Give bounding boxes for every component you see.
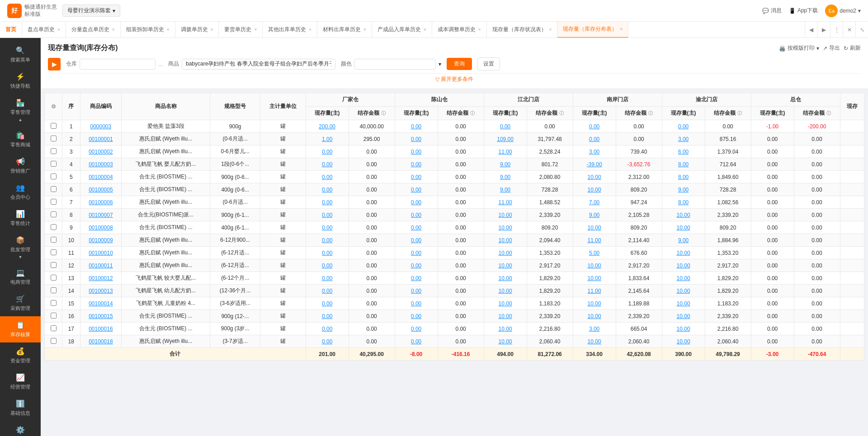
cell-code: 00100014 (80, 297, 122, 310)
cell-checkbox[interactable] (45, 234, 62, 247)
tab-purchase-history[interactable]: 要货单历史 × (219, 22, 263, 38)
tab-transfer-history[interactable]: 调拨单历史 × (175, 22, 219, 38)
tab-close-icon[interactable]: × (309, 27, 311, 32)
chevron-down-icon: ▾ (816, 45, 819, 52)
cell-unit: 罐 (260, 335, 306, 348)
tab-close-icon[interactable]: × (254, 27, 257, 32)
sidebar-item-basic-info[interactable]: ℹ️ 基础信息 (0, 395, 41, 421)
cell-checkbox[interactable] (45, 209, 62, 221)
tab-inventory-history[interactable]: 盘点单历史 × (22, 22, 66, 38)
sidebar-item-inventory[interactable]: 📋 库存核算 (0, 316, 41, 342)
tab-nav-close-all[interactable]: ✕ (843, 22, 855, 38)
cell-factory-amount: 0.00 (349, 183, 395, 196)
cell-chenshan-stock: 0.00 (395, 297, 438, 310)
cell-total-stock: -1.00 (751, 120, 794, 133)
tab-nav-prev[interactable]: ◀ (805, 22, 817, 38)
tab-material-out-history[interactable]: 材料出库单历史 × (317, 22, 372, 38)
message-btn[interactable]: 💬 消息 (762, 7, 782, 14)
sidebar-item-purchase[interactable]: 🛒 采购管理 (0, 290, 41, 316)
refresh-button[interactable]: ↻ 刷新 (844, 44, 861, 52)
tab-cost-adjust-history[interactable]: 成本调整单历史 × (432, 22, 487, 38)
sidebar-item-retail-mall[interactable]: 🛍️ 零售商城 (0, 127, 41, 153)
sidebar-item-ecommerce[interactable]: 💻 电商管理 (0, 264, 41, 290)
cell-checkbox[interactable] (45, 259, 62, 272)
th-settings[interactable]: ⚙ (45, 93, 62, 120)
tab-close-icon[interactable]: × (112, 27, 115, 32)
export-button[interactable]: ↗ 导出 (823, 44, 840, 52)
cell-checkbox[interactable] (45, 133, 62, 145)
tab-close-icon[interactable]: × (211, 27, 213, 32)
store-selector[interactable]: 母婴行业演示陈套 ▾ (62, 5, 120, 17)
cell-spec: 900g (3岁... (210, 323, 260, 335)
tab-close-icon[interactable]: × (424, 27, 426, 32)
tab-nav-next[interactable]: ▶ (817, 22, 830, 38)
cell-nanan-amount: 2,339.20 (616, 310, 662, 323)
cell-chenshan-stock: 0.00 (395, 133, 438, 145)
tab-stock-distribution[interactable]: 现存量（库存分布表） × (557, 22, 628, 38)
cell-checkbox[interactable] (45, 285, 62, 297)
sidebar-item-retail[interactable]: 🏪 零售管理 ▲ (0, 94, 41, 127)
sidebar-item-retail-stats[interactable]: 📊 零售统计 (0, 205, 41, 231)
cell-checkbox[interactable] (45, 171, 62, 183)
cell-extra (840, 272, 864, 285)
user-avatar-btn[interactable]: Ea demo2 ▾ (825, 5, 861, 17)
cell-no: 2 (62, 133, 80, 145)
cell-jiangbei-stock: 10.00 (484, 247, 527, 259)
tab-close-icon[interactable]: × (57, 27, 60, 32)
cell-checkbox[interactable] (45, 335, 62, 348)
expand-filter-button[interactable]: ▽ 展开更多条件 (435, 75, 473, 83)
cell-checkbox[interactable] (45, 145, 62, 158)
cell-checkbox[interactable] (45, 272, 62, 285)
tab-close-icon[interactable]: × (363, 27, 366, 32)
tab-sub-inventory-history[interactable]: 分量盘点单历史 × (66, 22, 121, 38)
app-download-btn[interactable]: 📱 App下载 (789, 7, 818, 14)
goods-input[interactable] (182, 59, 335, 70)
cell-checkbox[interactable] (45, 158, 62, 171)
cell-nanan-amount: 665.04 (616, 323, 662, 335)
tab-close-icon[interactable]: × (478, 27, 481, 32)
cell-checkbox[interactable] (45, 297, 62, 310)
tab-close-icon[interactable]: × (620, 27, 623, 32)
cell-checkbox[interactable] (45, 247, 62, 259)
lightning-icon: ⚡ (16, 72, 25, 81)
setting-button[interactable]: 设置 (477, 57, 500, 70)
sidebar-item-wholesale[interactable]: 📦 批发管理 ▼ (0, 231, 41, 264)
sidebar-item-operations[interactable]: 📈 经营管理 (0, 369, 41, 395)
cell-checkbox[interactable] (45, 196, 62, 209)
cell-checkbox[interactable] (45, 120, 62, 133)
sidebar-item-quicknav[interactable]: ⚡ 快捷导航 (0, 68, 41, 94)
tab-other-out-history[interactable]: 其他出库单历史 × (263, 22, 317, 38)
tab-nav-expand[interactable]: ⤡ (855, 22, 868, 38)
cell-checkbox[interactable] (45, 310, 62, 323)
sidebar-item-member[interactable]: 👥 会员中心 (0, 179, 41, 205)
collapse-filter-button[interactable]: ▶ (48, 58, 61, 70)
topbar: 好 畅捷通好生意 标准版 母婴行业演示陈套 ▾ 💬 消息 📱 App下载 E (0, 0, 868, 22)
table-row: 9 00100008 合生元 (BIOSTIME) ... 400g (6-1.… (45, 221, 864, 234)
cell-checkbox[interactable] (45, 221, 62, 234)
cell-checkbox[interactable] (45, 323, 62, 335)
warehouse-input[interactable] (80, 59, 156, 70)
cell-name: 惠氏启赋 (Wyeth illu... (122, 335, 210, 348)
sidebar-item-system[interactable]: ⚙️ 系统管理 (0, 421, 41, 436)
color-input[interactable] (354, 59, 436, 70)
cell-unit: 罐 (260, 196, 306, 209)
print-button[interactable]: 🖨️ 按模版打印 ▾ (779, 44, 819, 52)
tab-nav-more[interactable]: ⋮ (830, 22, 843, 38)
cell-total-amount: 0.00 (794, 247, 840, 259)
tab-close-icon[interactable]: × (549, 27, 552, 32)
color-filter: 颜色 ▾ (341, 59, 441, 70)
cell-checkbox[interactable] (45, 183, 62, 196)
tab-home[interactable]: 首页 (0, 22, 22, 38)
tab-product-in-history[interactable]: 产成品入库单历史 × (372, 22, 432, 38)
cell-chenshan-stock: 0.00 (395, 323, 438, 335)
cell-total-amount: 0.00 (794, 234, 840, 247)
sidebar-item-finance[interactable]: 💰 资金管理 (0, 342, 41, 369)
tab-stock-status[interactable]: 现存量（库存状况表） × (487, 22, 558, 38)
sidebar-item-marketing[interactable]: 📢 营销推广 (0, 153, 41, 179)
query-button[interactable]: 查询 (447, 58, 472, 70)
cell-chenshan-amount: 0.00 (438, 196, 484, 209)
tab-close-icon[interactable]: × (167, 27, 170, 32)
tab-combo-disassemble[interactable]: 组装拆卸单历史 × (121, 22, 175, 38)
cell-spec: (6-12个月... (210, 272, 260, 285)
sidebar-item-search[interactable]: 🔍 搜索英单 (0, 42, 41, 68)
